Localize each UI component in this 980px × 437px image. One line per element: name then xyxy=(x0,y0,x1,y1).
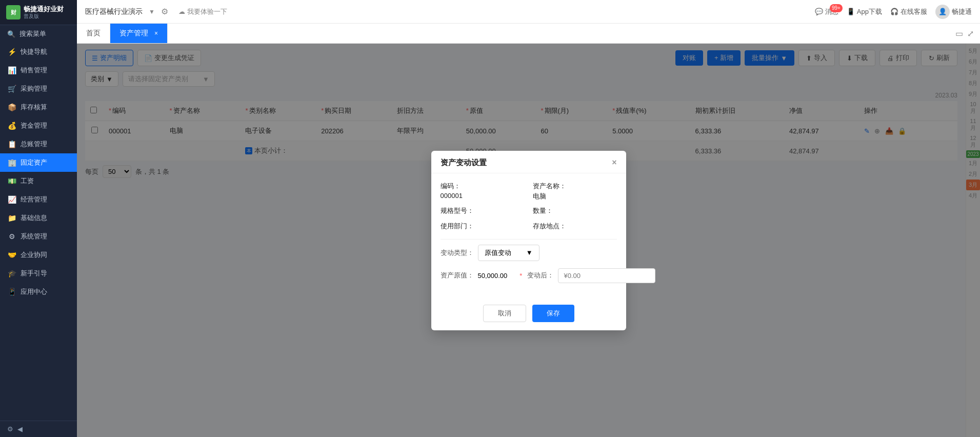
original-value-display: 50,000.00 xyxy=(478,272,508,280)
app-download-label: App下载 xyxy=(857,7,882,16)
sidebar-item-label: 快捷导航 xyxy=(21,47,47,56)
after-change-label: 变动后： xyxy=(527,271,554,280)
modal-body: 编码： 000001 资产名称： 电脑 规格型号： 数量： xyxy=(431,173,626,299)
modal-department-label: 使用部门： xyxy=(441,222,525,231)
topbar-right: 💬 消息 99+ 📱 App下载 🎧 在线客服 👤 畅捷通 xyxy=(815,5,972,19)
sidebar-item-label: 系统管理 xyxy=(21,232,47,241)
modal-name-value: 电脑 xyxy=(533,192,617,201)
sidebar-item-label: 应用中心 xyxy=(21,287,47,296)
search-icon: 🔍 xyxy=(7,30,15,38)
sidebar-item-label: 企业协同 xyxy=(21,250,47,260)
sidebar-item-label: 基础信息 xyxy=(21,213,47,223)
fixed-assets-icon: 🏢 xyxy=(7,158,16,167)
sidebar-bottom[interactable]: ⚙ ◀ xyxy=(0,421,77,437)
logo-title: 畅捷通好业财 xyxy=(24,5,64,13)
sidebar-item-app-center[interactable]: 📱 应用中心 xyxy=(0,283,77,301)
sidebar-item-label: 总账管理 xyxy=(21,140,47,149)
modal-info-grid: 编码： 000001 资产名称： 电脑 规格型号： 数量： xyxy=(441,182,617,232)
inventory-icon: 📦 xyxy=(7,103,16,111)
cloud-icon: ☁ xyxy=(178,8,185,15)
tab-close-icon[interactable]: × xyxy=(154,30,158,37)
company-name: 医疗器械行业演示 xyxy=(85,7,143,16)
content-area: ☰ 资产明细 📄 变更生成凭证 对账 + 新增 xyxy=(77,44,980,437)
sidebar-item-label: 销售管理 xyxy=(21,66,47,75)
sales-icon: 📊 xyxy=(7,66,16,74)
change-type-value: 原值变动 xyxy=(485,248,511,257)
topbar-gear-icon[interactable]: ⚙ xyxy=(161,7,168,16)
sidebar-item-collab[interactable]: 🤝 企业协同 xyxy=(0,246,77,264)
message-badge: 99+ xyxy=(830,4,843,12)
modal-code-label: 编码： xyxy=(441,182,525,191)
sidebar-item-sales[interactable]: 📊 销售管理 xyxy=(0,61,77,80)
download-icon: 📱 xyxy=(847,8,855,15)
sidebar-item-purchase[interactable]: 🛒 采购管理 xyxy=(0,80,77,98)
modal-location-label: 存放地点： xyxy=(533,222,617,231)
tabs-bar: 首页 资产管理 × ▭ ⤢ xyxy=(77,24,980,44)
modal-field-department: 使用部门： xyxy=(441,222,525,232)
modal-row-original-value: 资产原值： 50,000.00 * 变动后： xyxy=(441,268,617,283)
user-profile-btn[interactable]: 👤 畅捷通 xyxy=(935,5,972,19)
app-download-btn[interactable]: 📱 App下载 xyxy=(847,7,882,16)
customer-service-btn[interactable]: 🎧 在线客服 xyxy=(890,7,927,16)
sidebar-item-shortcuts[interactable]: ⚡ 快捷导航 xyxy=(0,43,77,61)
modal-code-value: 000001 xyxy=(441,192,525,200)
asset-change-modal: 资产变动设置 × 编码： 000001 资产名称： 电脑 xyxy=(431,151,626,330)
ledger-icon: 📋 xyxy=(7,140,16,148)
tab-minimize-icon[interactable]: ▭ xyxy=(955,29,963,38)
sidebar-item-fixed-assets[interactable]: 🏢 固定资产 xyxy=(0,153,77,172)
logo-text: 畅捷通好业财 普及版 xyxy=(24,5,64,19)
topbar: 医疗器械行业演示 ▼ ⚙ ☁ 我要体验一下 💬 消息 99+ 📱 App下载 🎧… xyxy=(77,0,980,24)
tab-home-label: 首页 xyxy=(86,29,101,37)
company-dropdown-icon[interactable]: ▼ xyxy=(149,8,155,15)
modal-name-label: 资产名称： xyxy=(533,182,617,191)
sidebar-search[interactable]: 🔍 搜索菜单 xyxy=(0,25,77,43)
sidebar-item-label: 经营管理 xyxy=(21,195,47,204)
sidebar-item-payroll[interactable]: 💵 工资 xyxy=(0,172,77,190)
message-icon: 💬 xyxy=(815,8,823,15)
sidebar-item-label: 新手引导 xyxy=(21,269,47,278)
modal-field-location: 存放地点： xyxy=(533,222,617,232)
modal-row-change-type: 变动类型： 原值变动 ▼ xyxy=(441,245,617,261)
system-icon: ⚙ xyxy=(7,232,16,241)
after-change-input[interactable] xyxy=(558,268,655,283)
main-area: 医疗器械行业演示 ▼ ⚙ ☁ 我要体验一下 💬 消息 99+ 📱 App下载 🎧… xyxy=(77,0,980,437)
basic-info-icon: 📁 xyxy=(7,214,16,222)
change-type-dropdown-icon: ▼ xyxy=(526,249,533,256)
sidebar: 财 畅捷通好业财 普及版 🔍 搜索菜单 ⚡ 快捷导航 📊 销售管理 🛒 采购管理… xyxy=(0,0,77,437)
modal-spec-label: 规格型号： xyxy=(441,206,525,215)
shortcuts-icon: ⚡ xyxy=(7,48,16,56)
finance-icon: 💰 xyxy=(7,122,16,130)
modal-field-name: 资产名称： 电脑 xyxy=(533,182,617,201)
sidebar-item-label: 资金管理 xyxy=(21,121,47,130)
sidebar-item-business[interactable]: 📈 经营管理 xyxy=(0,190,77,209)
sidebar-item-finance[interactable]: 💰 资金管理 xyxy=(0,116,77,135)
experience-label: 我要体验一下 xyxy=(187,7,227,16)
change-type-select[interactable]: 原值变动 ▼ xyxy=(478,245,539,261)
sidebar-collapse-btn[interactable]: ◀ xyxy=(17,425,23,433)
modal-field-quantity: 数量： xyxy=(533,206,617,216)
service-icon: 🎧 xyxy=(890,8,898,15)
tab-asset-management[interactable]: 资产管理 × xyxy=(110,24,168,43)
cancel-button[interactable]: 取消 xyxy=(483,305,526,322)
sidebar-settings-icon[interactable]: ⚙ xyxy=(7,425,13,433)
tab-home[interactable]: 首页 xyxy=(77,24,110,43)
save-button[interactable]: 保存 xyxy=(532,305,574,322)
sidebar-item-ledger[interactable]: 📋 总账管理 xyxy=(0,135,77,153)
sidebar-item-system[interactable]: ⚙ 系统管理 xyxy=(0,227,77,246)
modal-close-btn[interactable]: × xyxy=(612,158,616,167)
logo-sub: 普及版 xyxy=(24,13,64,19)
tab-asset-label: 资产管理 xyxy=(119,29,148,37)
modal-footer: 取消 保存 xyxy=(431,299,626,330)
tab-expand-icon[interactable]: ⤢ xyxy=(967,29,974,38)
guide-icon: 🎓 xyxy=(7,269,16,277)
payroll-icon: 💵 xyxy=(7,177,16,185)
sidebar-item-guide[interactable]: 🎓 新手引导 xyxy=(0,264,77,283)
app-center-icon: 📱 xyxy=(7,288,16,296)
topbar-experience[interactable]: ☁ 我要体验一下 xyxy=(178,7,227,16)
original-value-label: 资产原值： xyxy=(441,271,474,280)
sidebar-item-inventory[interactable]: 📦 库存核算 xyxy=(0,98,77,116)
required-marker: * xyxy=(519,272,522,280)
sidebar-item-basic-info[interactable]: 📁 基础信息 xyxy=(0,209,77,227)
message-btn[interactable]: 💬 消息 99+ xyxy=(815,7,838,16)
sidebar-item-label: 工资 xyxy=(21,176,34,186)
